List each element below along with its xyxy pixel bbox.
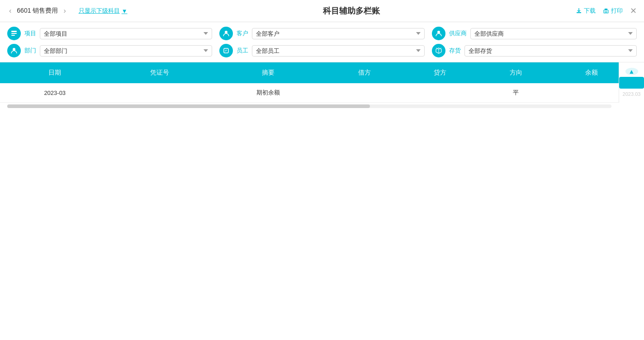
col-summary: 摘要	[209, 62, 327, 83]
svg-rect-11	[224, 48, 228, 53]
svg-rect-6	[11, 33, 17, 34]
filter-supplier: 供应商 全部供应商	[432, 27, 637, 40]
employee-icon	[219, 44, 233, 57]
table-row: 2023-03期初余额平	[0, 83, 630, 103]
timeline-sidebar: ▲ 2023.03 2023.03 4月 5月 6月 7月 8月 9月 10月 …	[619, 62, 644, 103]
filter-dept: 部门 全部部门	[7, 44, 212, 57]
inventory-select[interactable]: 全部存货	[464, 45, 637, 57]
ledger-table: 日期 凭证号 摘要 借方 贷方 方向 余额 2023-03期初余额平	[0, 62, 630, 103]
project-label: 项目	[24, 29, 36, 38]
download-btn[interactable]: 下载	[576, 7, 596, 15]
filter-bar: 项目 全部项目 客户 全部客户 供应商	[0, 22, 644, 62]
dept-icon	[7, 44, 21, 57]
svg-rect-5	[11, 31, 17, 32]
svg-point-10	[13, 48, 15, 51]
ledger-table-container: 日期 凭证号 摘要 借方 贷方 方向 余额 2023-03期初余额平	[0, 62, 630, 103]
svg-rect-4	[605, 12, 607, 13]
timeline-period-2[interactable]: 2023.03	[619, 89, 644, 100]
filter-inventory: 存货 全部存货	[432, 44, 637, 57]
close-btn[interactable]: ✕	[630, 6, 637, 16]
print-btn[interactable]: 打印	[603, 7, 623, 15]
account-code: 6601 销售费用	[17, 7, 58, 15]
project-select[interactable]: 全部项目	[40, 28, 212, 39]
svg-rect-0	[577, 12, 581, 13]
next-account-btn[interactable]: ›	[62, 7, 67, 15]
filter-project: 项目 全部项目	[7, 27, 212, 40]
svg-point-9	[437, 31, 440, 33]
show-sub-btn[interactable]: 只显示下级科目 ▼	[79, 7, 128, 15]
employee-select[interactable]: 全部员工	[252, 45, 424, 57]
cell-balance	[554, 83, 630, 103]
svg-rect-7	[11, 35, 15, 36]
col-debit: 借方	[327, 62, 402, 83]
download-icon	[576, 8, 582, 14]
svg-rect-2	[605, 9, 607, 10]
filter-customer: 客户 全部客户	[219, 27, 424, 40]
cell-date: 2023-03	[0, 83, 110, 103]
supplier-icon	[432, 27, 445, 40]
inventory-label: 存货	[449, 47, 461, 55]
dept-select[interactable]: 全部部门	[40, 45, 212, 57]
svg-point-8	[225, 31, 227, 33]
col-date: 日期	[0, 62, 110, 83]
customer-label: 客户	[237, 29, 248, 38]
col-balance: 余额	[554, 62, 630, 83]
col-direction: 方向	[478, 62, 554, 83]
cell-voucher	[110, 83, 210, 103]
cell-debit	[327, 83, 402, 103]
col-credit: 贷方	[402, 62, 478, 83]
employee-label: 员工	[237, 47, 248, 55]
dept-label: 部门	[24, 47, 36, 55]
cell-summary: 期初余额	[209, 83, 327, 103]
customer-select[interactable]: 全部客户	[252, 28, 424, 39]
timeline-up-btn[interactable]: ▲	[625, 68, 638, 75]
prev-account-btn[interactable]: ‹	[7, 7, 13, 15]
col-voucher: 凭证号	[110, 62, 210, 83]
cell-credit	[402, 83, 478, 103]
timeline-period-4[interactable]: 4月	[619, 100, 644, 103]
customer-icon	[219, 27, 233, 40]
supplier-select[interactable]: 全部供应商	[470, 28, 637, 39]
supplier-label: 供应商	[449, 29, 467, 38]
print-icon	[603, 8, 609, 14]
horizontal-scrollbar[interactable]	[0, 103, 619, 110]
page-title: 科目辅助多栏账	[128, 5, 576, 16]
filter-employee: 员工 全部员工	[219, 44, 424, 57]
timeline-period-selected-1[interactable]: 2023.03	[619, 77, 644, 89]
cell-direction: 平	[478, 83, 554, 103]
inventory-icon	[432, 44, 445, 57]
svg-rect-3	[605, 11, 607, 12]
project-icon	[7, 27, 21, 40]
